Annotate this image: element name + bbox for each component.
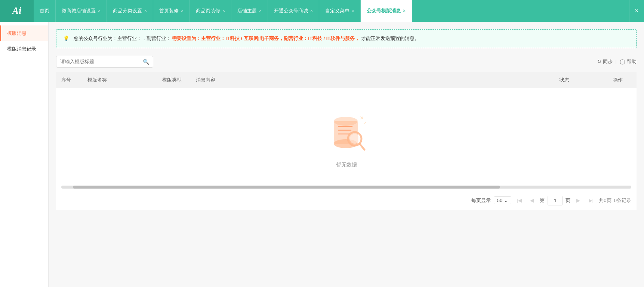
search-input[interactable] [60, 59, 143, 64]
col-status: 状态 [554, 72, 599, 88]
nav-tab-label: 微商城店铺设置 [62, 7, 96, 14]
next-page-button[interactable]: ▶ [573, 196, 583, 205]
col-name: 模版名称 [82, 72, 157, 88]
nav-tab-home[interactable]: 首页 [34, 0, 56, 22]
notice-box: 💡 您的公众号行业为：主营行业：，副营行业： 需要设置为：主营行业：IT科技 /… [56, 29, 637, 48]
close-icon[interactable]: × [144, 8, 147, 13]
nav-tab-shop-settings[interactable]: 微商城店铺设置 × [56, 0, 107, 22]
chevron-down-icon: ⌄ [504, 198, 508, 203]
nav-tabs: 首页 微商城店铺设置 × 商品分类设置 × 首页装修 × 商品页装修 × 店铺主… [34, 0, 629, 22]
svg-line-8 [360, 144, 364, 150]
page-unit: 页 [566, 197, 570, 204]
prev-page-button[interactable]: ◀ [527, 196, 537, 205]
close-icon[interactable]: × [98, 8, 101, 13]
nav-tab-label: 开通公众号商城 [274, 7, 308, 14]
table-wrapper: 序号 模版名称 模版类型 消息内容 状态 操作 [56, 72, 637, 210]
per-page-label: 每页显示 [471, 197, 491, 204]
search-icon[interactable]: 🔍 [143, 59, 149, 65]
scroll-bar-area[interactable] [56, 183, 637, 191]
pagination-bar: 每页显示 50 ⌄ |◀ ◀ 第 页 ▶ ▶| 共0页, 0条记录 [56, 191, 637, 210]
sync-button[interactable]: ↻ 同步 [597, 58, 613, 65]
page-number-input[interactable] [548, 196, 563, 205]
nav-tab-label: 公众号模版消息 [367, 7, 401, 14]
svg-point-7 [350, 134, 360, 144]
nav-tab-custom-menu[interactable]: 自定义菜单 × [319, 0, 361, 22]
nav-tab-product-decoration[interactable]: 商品页装修 × [190, 0, 231, 22]
close-icon[interactable]: × [352, 8, 354, 13]
nav-tab-homepage-decoration[interactable]: 首页装修 × [153, 0, 190, 22]
sync-icon: ↻ [597, 59, 601, 64]
scroll-thumb[interactable] [73, 186, 500, 189]
nav-tab-label: 店铺主题 [237, 7, 257, 14]
svg-line-11 [364, 122, 366, 124]
table-header: 序号 模版名称 模版类型 消息内容 状态 操作 [56, 72, 637, 88]
logo: Ai [0, 0, 34, 22]
main-layout: 模版消息 模版消息记录 💡 您的公众号行业为：主营行业：，副营行业： 需要设置为… [0, 22, 644, 287]
empty-state: 暂无数据 [56, 88, 637, 183]
sidebar: 模版消息 模版消息记录 [0, 22, 49, 287]
nav-tab-shop-theme[interactable]: 店铺主题 × [231, 0, 268, 22]
nav-tab-template-message[interactable]: 公众号模版消息 × [361, 0, 412, 22]
sidebar-item-template-message[interactable]: 模版消息 [0, 25, 48, 41]
col-index: 序号 [56, 72, 82, 88]
content-area: 💡 您的公众号行业为：主营行业：，副营行业： 需要设置为：主营行业：IT科技 /… [49, 22, 644, 287]
per-page-value: 50 [497, 198, 502, 203]
sidebar-item-label: 模版消息 [7, 30, 27, 36]
col-type: 模版类型 [157, 72, 191, 88]
close-icon[interactable]: × [259, 8, 262, 13]
nav-tab-label: 首页 [40, 7, 49, 14]
data-table: 序号 模版名称 模版类型 消息内容 状态 操作 [56, 72, 637, 88]
sync-label: 同步 [603, 58, 613, 65]
first-page-button[interactable]: |◀ [514, 196, 524, 205]
search-right-actions: ↻ 同步 | ◯ 帮助 [597, 58, 637, 65]
help-button[interactable]: ◯ 帮助 [620, 58, 637, 65]
scroll-track[interactable] [61, 186, 631, 189]
search-input-wrapper[interactable]: 🔍 [56, 56, 153, 68]
nav-tab-category-settings[interactable]: 商品分类设置 × [107, 0, 153, 22]
close-icon[interactable]: × [403, 8, 406, 13]
nav-tab-label: 首页装修 [159, 7, 179, 14]
nav-tab-open-store[interactable]: 开通公众号商城 × [268, 0, 319, 22]
col-action: 操作 [599, 72, 637, 88]
col-content: 消息内容 [191, 72, 554, 88]
help-icon: ◯ [620, 59, 625, 64]
close-icon[interactable]: × [310, 8, 313, 13]
nav-tab-label: 商品分类设置 [113, 7, 142, 14]
per-page-select[interactable]: 50 ⌄ [494, 196, 511, 204]
search-bar: 🔍 ↻ 同步 | ◯ 帮助 [56, 56, 637, 68]
nav-tab-label: 自定义菜单 [325, 7, 349, 14]
sidebar-item-label: 模版消息记录 [7, 46, 36, 52]
empty-illustration [324, 111, 369, 156]
top-nav: Ai 首页 微商城店铺设置 × 商品分类设置 × 首页装修 × 商品页装修 × … [0, 0, 644, 22]
page-label: 第 [540, 197, 545, 204]
close-all-button[interactable]: × [629, 0, 644, 22]
empty-text: 暂无数据 [336, 162, 357, 168]
close-all-icon: × [635, 7, 638, 14]
divider: | [616, 59, 617, 64]
notice-highlight: 需要设置为：主营行业：IT科技 / 互联网|电子商务，副营行业：IT科技 / I… [172, 36, 360, 41]
lightbulb-icon: 💡 [63, 36, 69, 41]
total-info: 共0页, 0条记录 [599, 197, 631, 204]
close-icon[interactable]: × [181, 8, 184, 13]
help-label: 帮助 [627, 58, 637, 65]
notice-prefix: 您的公众号行业为：主营行业：，副营行业： [74, 36, 171, 41]
close-icon[interactable]: × [222, 8, 225, 13]
nav-tab-label: 商品页装修 [196, 7, 220, 14]
sidebar-item-template-record[interactable]: 模版消息记录 [0, 41, 48, 57]
notice-suffix: 才能正常发送预置的消息。 [361, 36, 419, 41]
last-page-button[interactable]: ▶| [586, 196, 596, 205]
